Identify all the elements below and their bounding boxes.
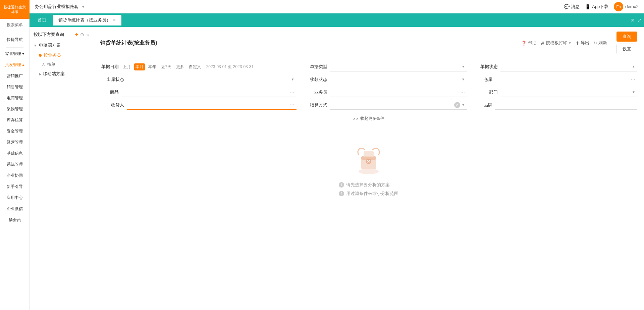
empty-state-icon	[352, 143, 385, 176]
sidebar-item-finance[interactable]: 资金管理	[0, 126, 29, 137]
left-panel: 按以下方案查询 + ⊙ « ▼ 电脑端方案 按业务员 人 按单	[30, 27, 93, 310]
app-logo-subtext: 标版	[11, 9, 18, 14]
tab-close-all-icon[interactable]: ✕	[631, 17, 635, 23]
date-tab-more[interactable]: 更多	[175, 63, 185, 70]
sidebar-item-basic[interactable]: 基础信息	[0, 148, 29, 159]
template-print-label: 按模板打印	[546, 40, 568, 46]
topbar-left: 办公用品行业模拟账套 ▼	[35, 4, 85, 10]
tab-expand-icon[interactable]: ⤢	[637, 17, 641, 23]
date-tab-this-month[interactable]: 本月	[134, 63, 145, 70]
sidebar-item-retail[interactable]: 零售管理 ▾	[0, 48, 29, 59]
goods-dots[interactable]: ···	[290, 89, 294, 95]
scheme-item-by-salesperson[interactable]: 按业务员	[30, 50, 93, 60]
goods-label: 商品	[100, 89, 119, 95]
sidebar-item-sales[interactable]: 销售管理	[0, 82, 29, 93]
sidebar-item-newbie[interactable]: 新手引导	[0, 181, 29, 192]
user-profile-button[interactable]: Ea demo2	[614, 2, 639, 11]
doc-status-label: 单据状态	[474, 64, 498, 70]
date-tab-last-month[interactable]: 上月	[121, 63, 132, 70]
search-menu-label[interactable]: 搜索菜单	[7, 22, 23, 27]
help-label: 帮助	[528, 40, 537, 46]
desktop-section-arrow: ▼	[34, 44, 37, 47]
consignee-dots[interactable]: ···	[290, 102, 294, 108]
content-area: 按以下方案查询 + ⊙ « ▼ 电脑端方案 按业务员 人 按单	[30, 27, 644, 310]
mobile-scheme-section: ▶ 移动端方案	[30, 69, 93, 79]
doc-status-select[interactable]: ▼	[500, 62, 637, 71]
order-icon: 人	[42, 62, 45, 67]
mobile-scheme-title[interactable]: ▶ 移动端方案	[30, 69, 93, 79]
right-content: 销货单统计表(按业务员) ❓ 帮助 🖨 按模板打印 ▼ ⬆ 导出	[93, 27, 644, 310]
help-button[interactable]: ❓ 帮助	[521, 40, 537, 46]
date-tab-last7[interactable]: 近7天	[160, 63, 173, 70]
sidebar-quick-nav[interactable]: 快捷导航	[0, 33, 29, 47]
refresh-button[interactable]: ↻ 刷新	[593, 40, 607, 46]
sidebar-item-purchase[interactable]: 采购管理	[0, 104, 29, 115]
sidebar-item-enterprise[interactable]: 企业协同	[0, 170, 29, 181]
department-select[interactable]: ▼	[500, 88, 637, 97]
sidebar-item-appcenter[interactable]: 应用中心	[0, 192, 29, 203]
user-avatar: Ea	[614, 2, 623, 11]
tab-sales-stats[interactable]: 销货单统计表（按业务员） ✕	[53, 15, 121, 25]
filter-warehouse: 仓库 ···	[474, 75, 637, 84]
svg-point-0	[359, 169, 379, 174]
receipt-status-chevron: ▼	[462, 78, 465, 81]
date-tab-custom[interactable]: 自定义	[187, 63, 202, 70]
tab-sales-stats-label: 销货单统计表（按业务员）	[58, 17, 111, 23]
tab-close-icon[interactable]: ✕	[113, 18, 116, 22]
sidebar-item-marketing[interactable]: 营销推广	[0, 70, 29, 82]
brand-select[interactable]: ···	[495, 100, 637, 110]
desktop-scheme-section: ▼ 电脑端方案 按业务员 人 按单	[30, 40, 93, 69]
workspace-title[interactable]: 办公用品行业模拟账套	[35, 4, 78, 10]
workspace-arrow-icon[interactable]: ▼	[81, 4, 85, 9]
sidebar-item-wholesale[interactable]: 批发管理 ▴	[0, 59, 29, 70]
app-download-button[interactable]: 📱 App下载	[585, 4, 608, 10]
export-icon: ⬆	[576, 41, 579, 46]
receipt-status-select[interactable]: ▼	[330, 75, 467, 84]
sidebar-item-inventory[interactable]: 库存核算	[0, 115, 29, 126]
quick-nav-label[interactable]: 快捷导航	[0, 35, 29, 45]
sidebar-item-ecommerce[interactable]: 电商管理	[0, 93, 29, 104]
sidebar: 畅捷通好生意 标版 搜索菜单 快捷导航 零售管理 ▾ 批发管理 ▴ 营销推广 销…	[0, 0, 30, 310]
desktop-scheme-title[interactable]: ▼ 电脑端方案	[30, 40, 93, 50]
template-print-button[interactable]: 🖨 按模板打印 ▼	[541, 40, 572, 46]
sidebar-item-member[interactable]: 畅会员	[0, 214, 29, 225]
salesperson-dots[interactable]: ···	[461, 89, 465, 95]
settings-button[interactable]: 设置	[616, 44, 637, 54]
message-button[interactable]: 💬 消息	[564, 4, 580, 10]
tab-home[interactable]: 首页	[32, 15, 52, 25]
salesperson-select[interactable]: ···	[330, 88, 467, 97]
department-label: 部门	[474, 89, 498, 95]
help-icon: ❓	[521, 41, 527, 46]
doc-status-chevron: ▼	[632, 65, 635, 68]
query-button[interactable]: 查询	[616, 32, 637, 42]
add-scheme-button[interactable]: +	[75, 32, 78, 38]
scheme-item-by-order[interactable]: 人 按单	[30, 60, 93, 69]
out-status-select[interactable]: ▼	[127, 75, 297, 84]
export-button[interactable]: ⬆ 导出	[576, 40, 589, 46]
filter-salesperson: 业务员 ···	[303, 88, 467, 97]
brand-dots[interactable]: ···	[631, 102, 635, 108]
sidebar-item-system[interactable]: 系统管理	[0, 159, 29, 170]
sidebar-search[interactable]: 搜索菜单	[0, 19, 29, 31]
collapse-bar: ∧∧ 收起更多条件	[100, 113, 637, 123]
scheme-item-order-label: 按单	[47, 62, 55, 67]
left-panel-header-actions: + ⊙ «	[75, 32, 89, 38]
filter-row-3: 商品 ··· 业务员 ···	[100, 88, 637, 97]
topbar-right: 💬 消息 📱 App下载 Ea demo2	[564, 2, 639, 11]
consignee-select[interactable]: ···	[127, 100, 297, 110]
settlement-select[interactable]: ✕ ▼	[330, 100, 467, 110]
date-tab-this-year[interactable]: 本年	[147, 63, 158, 70]
collapse-panel-icon[interactable]: «	[86, 32, 89, 37]
sidebar-item-operation[interactable]: 经营管理	[0, 137, 29, 148]
warehouse-dots[interactable]: ···	[631, 76, 635, 83]
sidebar-item-wechat[interactable]: 企业微信	[0, 203, 29, 214]
warehouse-select[interactable]: ···	[495, 75, 637, 84]
collapse-icon: ∧∧	[353, 116, 359, 121]
collapse-button[interactable]: ∧∧ 收起更多条件	[353, 116, 384, 121]
settlement-clear-button[interactable]: ✕	[454, 102, 460, 108]
scheme-settings-icon[interactable]: ⊙	[80, 32, 84, 37]
goods-select[interactable]: ···	[121, 88, 297, 97]
empty-state: 1 请先选择要分析的方案 2 用过滤条件来缩小分析范围	[100, 123, 637, 217]
app-logo[interactable]: 畅捷通好生意 标版	[0, 0, 30, 19]
doc-type-select[interactable]: ▼	[330, 62, 467, 71]
